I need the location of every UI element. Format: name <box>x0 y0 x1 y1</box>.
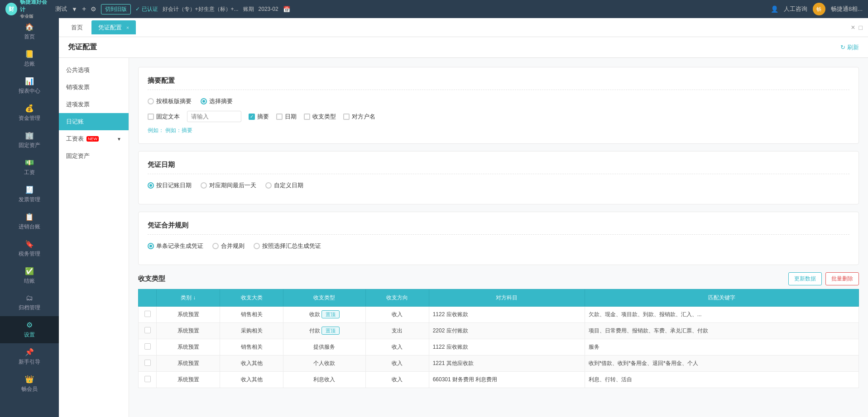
th-major-type: 收支大类 <box>220 289 283 307</box>
radio-custom-date[interactable]: 自定义日期 <box>265 181 303 190</box>
window-maximize-icon[interactable]: □ <box>859 24 863 31</box>
radio-single-record[interactable]: 单条记录生成凭证 <box>148 242 203 250</box>
row-checkbox[interactable] <box>144 360 151 366</box>
summary-checkbox-group: 固定文本 ✓ 摘要 日期 <box>148 111 849 122</box>
row-checkbox[interactable] <box>144 311 151 317</box>
radio-merge-rule[interactable]: 合并规则 <box>212 242 245 250</box>
row-category: 系统预置 <box>157 355 220 372</box>
radio-template-summary[interactable]: 按模板版摘要 <box>148 97 192 105</box>
sidebar-item-home[interactable]: 🏠 首页 <box>0 18 59 45</box>
row-checkbox-cell[interactable] <box>139 372 157 388</box>
row-direction: 收入 <box>365 307 429 323</box>
fixed-text-input[interactable] <box>187 111 241 122</box>
sidebar-item-assets[interactable]: 🏢 固定资产 <box>0 127 59 154</box>
voucher-merge-radio-group: 单条记录生成凭证 合并规则 按照选择汇总生成凭证 <box>148 242 849 250</box>
merge-rule-circle <box>212 243 219 249</box>
left-nav-sales-invoice[interactable]: 销项发票 <box>59 79 129 96</box>
sidebar-label-archive: 归档管理 <box>19 304 40 312</box>
certified-badge: ✓ 已认证 <box>135 5 158 13</box>
voucher-date-section: 凭证日期 按日记账日期 对应期间最后一天 <box>138 151 859 204</box>
avatar: 畅 <box>813 3 825 15</box>
sidebar-item-settings[interactable]: ⚙ 设置 <box>0 316 59 343</box>
row-checkbox-cell[interactable] <box>139 323 157 339</box>
custom-date-circle <box>265 182 272 189</box>
journal-date-circle <box>148 182 154 189</box>
settings-icon[interactable]: ⚙ <box>91 5 96 13</box>
sidebar-item-guide[interactable]: 📌 新手引导 <box>0 343 59 370</box>
row-checkbox[interactable] <box>144 327 151 333</box>
left-nav-public[interactable]: 公共选项 <box>59 62 129 79</box>
checkbox-date[interactable]: 日期 <box>276 113 297 121</box>
voucher-date-title: 凭证日期 <box>148 161 849 174</box>
tab-voucher-config[interactable]: 凭证配置 × <box>91 20 136 34</box>
sidebar-item-ledger[interactable]: 📒 总账 <box>0 45 59 72</box>
income-type-btn-group: 更新数据 批量删除 <box>788 272 859 285</box>
sidebar-item-tax[interactable]: 🔖 税务管理 <box>0 235 59 262</box>
sidebar-item-funds[interactable]: 💰 资金管理 <box>0 100 59 127</box>
checkbox-summary[interactable]: ✓ 摘要 <box>249 113 269 121</box>
row-account: 1122 应收账款 <box>429 307 585 323</box>
page-title: 凭证配置 <box>68 43 97 52</box>
row-income-type: 提供服务 <box>283 339 366 355</box>
batch-delete-button[interactable]: 批量删除 <box>825 272 859 285</box>
tab-close-icon[interactable]: × <box>126 25 129 30</box>
radio-summary-generate[interactable]: 按照选择汇总生成凭证 <box>254 242 321 250</box>
guide-icon: 📌 <box>25 348 34 356</box>
sidebar-label-funds: 资金管理 <box>19 114 40 122</box>
row-income-type: 利息收入 <box>283 372 366 388</box>
window-close-icon[interactable]: × <box>851 24 855 32</box>
summary-radio-group: 按模板版摘要 选择摘要 <box>148 97 849 105</box>
sidebar-item-settlement[interactable]: ✅ 结账 <box>0 262 59 289</box>
tab-home[interactable]: 首页 <box>64 20 90 34</box>
calendar-icon[interactable]: 📅 <box>283 6 290 13</box>
chevron-right-icon: ▼ <box>117 137 121 142</box>
sidebar-item-archive[interactable]: 🗂 归档管理 <box>0 289 59 316</box>
summary-config-section: 摘要配置 按模板版摘要 选择摘要 <box>138 67 859 144</box>
home-icon: 🏠 <box>25 23 34 31</box>
row-checkbox-cell[interactable] <box>139 339 157 355</box>
sidebar-item-reports[interactable]: 📊 报表中心 <box>0 72 59 100</box>
tab-bar: 首页 凭证配置 × × □ <box>59 18 868 37</box>
left-nav-purchase-invoice[interactable]: 进项发票 <box>59 96 129 113</box>
sidebar-label-reports: 报表中心 <box>19 87 40 95</box>
update-data-button[interactable]: 更新数据 <box>788 272 822 285</box>
user-name[interactable]: 畅捷通8相... <box>831 5 863 13</box>
support-label[interactable]: 人工咨询 <box>784 5 807 13</box>
radio-journal-date[interactable]: 按日记账日期 <box>148 181 192 190</box>
checkbox-fixed-text[interactable]: 固定文本 <box>148 113 180 121</box>
period-label: 账期 <box>243 5 254 13</box>
row-checkbox[interactable] <box>144 343 151 350</box>
sidebar-label-member: 畅会员 <box>21 385 38 393</box>
checkbox-income-type[interactable]: 收支类型 <box>304 113 336 121</box>
switch-old-version-button[interactable]: 切到旧版 <box>101 4 131 14</box>
row-account: 660301 财务费用 利息费用 <box>429 372 585 388</box>
row-category: 系统预置 <box>157 339 220 355</box>
radio-select-summary[interactable]: 选择摘要 <box>201 97 233 105</box>
sidebar-item-salary[interactable]: 💵 工资 <box>0 154 59 181</box>
left-nav-fixed-assets[interactable]: 固定资产 <box>59 147 129 165</box>
th-checkbox[interactable] <box>139 289 157 307</box>
sidebar-label-assets: 固定资产 <box>19 142 40 149</box>
logo-text: 畅捷通好会计 <box>20 0 51 14</box>
radio-period-last[interactable]: 对应期间最后一天 <box>201 181 256 190</box>
row-checkbox-cell[interactable] <box>139 355 157 372</box>
sidebar-item-purchase-sale[interactable]: 📋 进销台账 <box>0 208 59 235</box>
left-nav-journal[interactable]: 日记账 <box>59 113 129 130</box>
checkbox-counterpart[interactable]: 对方户名 <box>343 113 375 121</box>
add-icon[interactable]: + <box>82 5 86 13</box>
table-row: 系统预置销售相关提供服务收入1122 应收账款服务 <box>139 339 859 355</box>
sidebar-label-home: 首页 <box>24 33 35 41</box>
refresh-button[interactable]: ↻ 刷新 <box>840 43 859 52</box>
header-checkbox[interactable] <box>144 294 151 300</box>
row-major-type: 销售相关 <box>220 339 283 355</box>
sidebar-item-member[interactable]: 👑 畅会员 <box>0 370 59 398</box>
chevron-down-icon[interactable]: ▼ <box>72 6 77 13</box>
row-keywords: 欠款、现金、项目款、到款、报销款、汇入、... <box>585 307 858 323</box>
row-checkbox[interactable] <box>144 376 151 382</box>
left-nav-payroll[interactable]: 工资表 NEW ▼ <box>59 130 129 147</box>
voucher-merge-section: 凭证合并规则 单条记录生成凭证 合并规则 <box>138 212 859 265</box>
row-checkbox-cell[interactable] <box>139 307 157 323</box>
sidebar-label-settings: 设置 <box>24 331 35 339</box>
sidebar-item-invoice[interactable]: 🧾 发票管理 <box>0 181 59 208</box>
row-income-type: 收款 置顶 <box>283 307 366 323</box>
